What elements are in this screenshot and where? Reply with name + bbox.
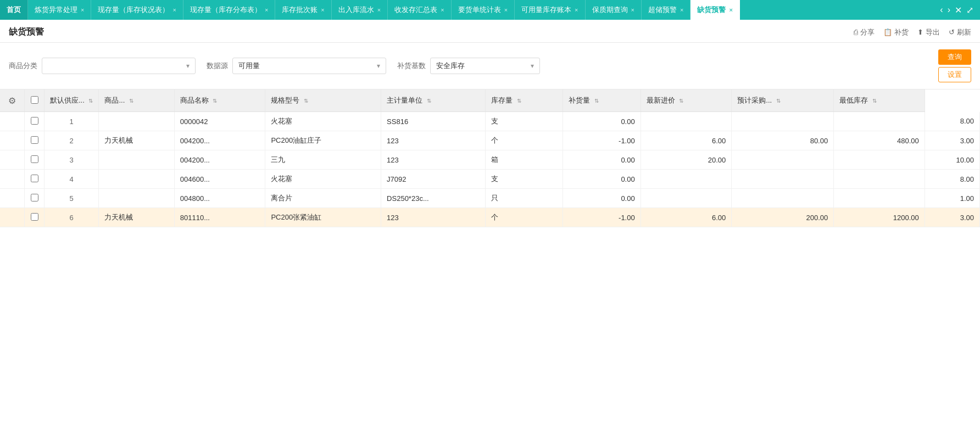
nav-quehuo[interactable]: 缺货预警 × [691,0,739,20]
nav-xiancunliang2[interactable]: 现存量（库存分布表） × [183,0,275,20]
row-goods-name: 火花塞 [265,170,381,189]
table-row: 5 004800... 离合片 DS250*23c... 只 0.00 1.00 [0,189,980,208]
query-button[interactable]: 查询 [938,49,971,65]
row-unit: 只 [486,189,563,208]
row-check-cell[interactable] [25,150,44,170]
export-button[interactable]: ⬆ 导出 [917,27,940,37]
gear-icon[interactable]: ⚙ [5,94,19,107]
row-checkbox[interactable] [31,194,38,201]
row-spec: J7092 [381,170,486,189]
row-goods-name: 火花塞 [265,112,381,131]
nav-churu-liushui[interactable]: 出入库流水 × [332,0,388,20]
sort-icon[interactable]: ⇅ [594,98,599,104]
nav-expand-icon[interactable]: ⤢ [964,5,976,15]
col-header-est-purchase: 预计采购... ⇅ [732,89,834,112]
row-check-cell[interactable] [25,112,44,131]
row-check-cell[interactable] [25,131,44,150]
restock-filter-group: 补货基数 安全库存 ▾ [397,58,540,74]
close-icon[interactable]: × [504,7,508,13]
close-icon[interactable]: × [172,7,176,13]
sort-icon[interactable]: ⇅ [213,98,217,104]
sort-icon[interactable]: ⇅ [129,98,133,104]
sort-icon[interactable]: ⇅ [679,98,683,104]
close-icon[interactable]: × [441,7,444,13]
close-icon[interactable]: × [729,7,732,13]
row-checkbox[interactable] [31,136,38,144]
row-min-stock: 10.00 [925,150,979,170]
row-restock: 6.00 [641,131,732,150]
row-est-purchase [834,189,925,208]
row-goods-code: 004200... [174,131,265,150]
nav-baozhi[interactable]: 保质期查询 × [586,0,642,20]
sort-icon[interactable]: ⇅ [872,98,877,104]
category-select[interactable]: ▾ [42,58,196,74]
nav-keyongliang[interactable]: 可用量库存账本 × [515,0,585,20]
col-header-goods-code: 商品... ⇅ [99,89,174,112]
row-checkbox[interactable] [31,155,38,163]
close-icon[interactable]: × [680,7,683,13]
close-icon[interactable]: × [321,7,324,13]
row-check-cell[interactable] [25,189,44,208]
row-settings-cell [0,170,25,189]
close-icon[interactable]: × [265,7,268,13]
close-icon[interactable]: × [575,7,578,13]
row-unit: 支 [486,112,563,131]
row-min-stock: 1.00 [925,189,979,208]
table-row: 6 力天机械 801110... PC200张紧油缸 123 个 -1.00 6… [0,208,980,227]
nav-next-icon[interactable]: › [945,5,953,15]
sort-icon[interactable]: ⇅ [517,98,521,104]
row-latest-price: 200.00 [732,208,834,227]
main-content: 缺货预警 ⎙ 分享 📋 补货 ⬆ 导出 ↺ 刷新 商品分类 [0,20,980,437]
nav-chaochu[interactable]: 超储预警 × [642,0,691,20]
sort-icon[interactable]: ⇅ [776,98,781,104]
filter-bar: 商品分类 ▾ 数据源 可用量 ▾ 补货基数 安全库存 ▾ 查询 设置 [0,43,980,89]
row-checkbox[interactable] [31,175,38,182]
close-icon[interactable]: × [377,7,381,13]
data-table-container: ⚙ 默认供应... ⇅ 商品... ⇅ 商品名称 ⇅ [0,89,980,227]
col-header-check[interactable] [25,89,44,112]
row-est-purchase [834,170,925,189]
sort-icon[interactable]: ⇅ [88,98,93,104]
table-row: 2 力天机械 004200... PC200油缸庄子 123 个 -1.00 6… [0,131,980,150]
sort-icon[interactable]: ⇅ [427,98,431,104]
settings-button[interactable]: 设置 [938,67,971,82]
col-header-goods-name: 商品名称 ⇅ [174,89,265,112]
nav-home[interactable]: 首页 [0,0,28,20]
row-settings-cell [0,112,25,131]
select-all-checkbox[interactable] [31,96,38,104]
row-check-cell[interactable] [25,170,44,189]
nav-kucun-pici[interactable]: 库存批次账 × [275,0,331,20]
close-icon[interactable]: × [81,7,84,13]
close-icon[interactable]: × [631,7,634,13]
row-check-cell[interactable] [25,208,44,227]
restock-select[interactable]: 安全库存 ▾ [430,58,540,74]
col-header-settings[interactable]: ⚙ [0,89,25,112]
row-checkbox[interactable] [31,117,38,125]
nav-close-icon[interactable]: ✕ [953,5,964,15]
row-settings-cell [0,150,25,170]
sort-icon[interactable]: ⇅ [304,98,308,104]
restock-button[interactable]: 📋 补货 [883,27,909,37]
nav-prev-icon[interactable]: ‹ [938,5,945,15]
restock-value: 安全库存 [436,61,465,71]
row-number: 3 [44,150,99,170]
row-supplier [99,170,174,189]
row-checkbox[interactable] [31,213,38,221]
row-goods-code: 801110... [174,208,265,227]
share-icon: ⎙ [854,28,858,36]
nav-yaohuo[interactable]: 要货单统计表 × [452,0,515,20]
category-label: 商品分类 [9,61,37,71]
row-supplier: 力天机械 [99,208,174,227]
share-button[interactable]: ⎙ 分享 [854,27,875,37]
nav-lianhuo[interactable]: 炼货异常处理 × [28,0,91,20]
refresh-button[interactable]: ↺ 刷新 [949,27,971,37]
row-stock: 0.00 [563,170,641,189]
datasource-select[interactable]: 可用量 ▾ [232,58,386,74]
nav-shofacun[interactable]: 收发存汇总表 × [388,0,451,20]
row-min-stock: 8.00 [925,170,979,189]
export-icon: ⬆ [917,28,923,36]
nav-xiancunliang1[interactable]: 现存量（库存状况表） × [91,0,183,20]
row-number: 5 [44,189,99,208]
chevron-down-icon: ▾ [531,62,534,70]
row-stock: 0.00 [563,150,641,170]
